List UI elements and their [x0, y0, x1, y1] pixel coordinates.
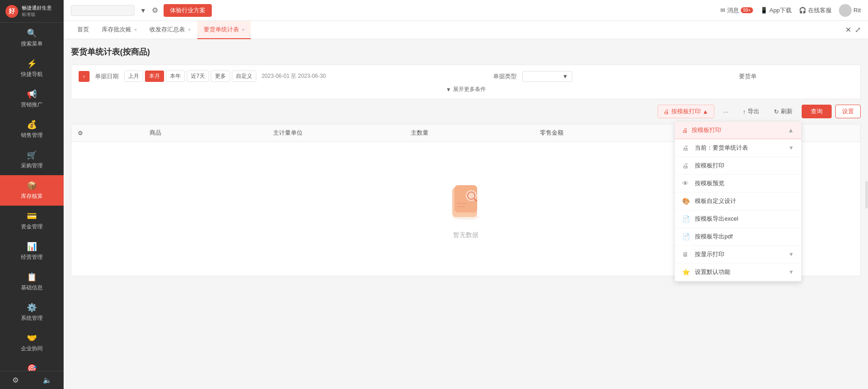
expand-arrow-btn[interactable]: › — [79, 71, 90, 82]
dropdown-item-default-icon: ⭐ — [682, 268, 690, 276]
dropdown-printer-icon: 🖨 — [682, 127, 688, 134]
sidebar-item-label: 库存核算 — [21, 192, 43, 200]
audio-icon[interactable]: 🔈 — [43, 376, 52, 384]
sidebar-item-shortcut[interactable]: ⚡ 快捷导航 — [0, 53, 64, 84]
dropdown-item-template-pdf[interactable]: 📄 按模板导出pdf — [675, 228, 801, 246]
sidebar-item-guide[interactable]: 🎯 新手引导 — [0, 358, 64, 371]
trial-button[interactable]: 体验行业方案 — [164, 4, 212, 17]
online-service-item[interactable]: 🎧 在线客服 — [799, 6, 832, 15]
date-btn-custom[interactable]: 自定义 — [232, 71, 256, 82]
tab-home[interactable]: 首页 — [71, 21, 95, 39]
sidebar-item-inventory[interactable]: 📦 库存核算 — [0, 175, 64, 206]
sales-icon: 💰 — [27, 120, 37, 130]
date-range-display: 2023-06-01 至 2023-06-30 — [262, 72, 326, 80]
refresh-label: 刷新 — [781, 107, 793, 116]
header-dropdown-btn[interactable]: ▼ — [140, 7, 146, 14]
tab-collection-close[interactable]: × — [188, 27, 190, 32]
sidebar-item-system[interactable]: ⚙️ 系统管理 — [0, 297, 64, 328]
dropdown-header: 🖨 按模板打印 ▲ — [675, 121, 801, 139]
dropdown-item-template-print-label: 按模板打印 — [695, 162, 724, 170]
dropdown-item-template-preview[interactable]: 👁 按模板预览 — [675, 175, 801, 192]
sidebar-item-sales[interactable]: 💰 销售管理 — [0, 114, 64, 145]
more-btn[interactable]: ··· — [718, 106, 734, 117]
system-icon: ⚙️ — [27, 303, 37, 313]
tab-batch[interactable]: 库存批次账 × — [95, 21, 143, 39]
dropdown-item-template-excel[interactable]: 📄 按模板导出excel — [675, 210, 801, 228]
sidebar-item-purchase[interactable]: 🛒 采购管理 — [0, 145, 64, 175]
dropdown-display-arrow: ▼ — [788, 251, 794, 258]
header-search-input[interactable] — [71, 5, 135, 16]
page-title: 要货单统计表(按商品) — [71, 46, 861, 57]
expand-more-btn[interactable]: ▼ 展开更多条件 — [79, 86, 853, 93]
tab-batch-label: 库存批次账 — [102, 25, 131, 34]
online-service-label: 在线客服 — [808, 6, 832, 15]
sidebar-item-collab[interactable]: 🤝 企业协同 — [0, 328, 64, 358]
empty-icon — [443, 178, 489, 224]
dropdown-item-print-icon: 🖨 — [682, 162, 690, 169]
resize-handle[interactable] — [865, 181, 868, 208]
messages-item[interactable]: ✉ 消息 99+ — [720, 6, 753, 15]
tabs-close-all-btn[interactable]: ✕ — [845, 25, 851, 34]
finance-icon: 💳 — [27, 211, 37, 221]
date-btn-current-month[interactable]: 本月 — [145, 71, 164, 82]
sidebar-item-operations[interactable]: 📊 经营管理 — [0, 236, 64, 267]
table-col-unit: 主计量单位 — [222, 129, 354, 137]
dropdown-item-display-print[interactable]: 🖥 按显示打印 ▼ — [675, 246, 801, 263]
type-select-arrow: ▼ — [563, 73, 568, 80]
sidebar-item-basic[interactable]: 📋 基础信息 — [0, 267, 64, 297]
table-col-goods: 商品 — [90, 129, 222, 137]
query-btn[interactable]: 查询 — [802, 105, 832, 118]
date-btn-more[interactable]: 更多 — [211, 71, 230, 82]
dropdown-item-template-pdf-label: 按模板导出pdf — [695, 232, 733, 241]
sidebar-item-label: 资金管理 — [21, 223, 43, 231]
sidebar-item-search[interactable]: 🔍 搜索菜单 — [0, 23, 64, 53]
refresh-btn[interactable]: ↻ 刷新 — [768, 105, 798, 118]
sidebar-item-finance[interactable]: 💳 资金管理 — [0, 206, 64, 236]
filter-bar: › 单据日期 上月 本月 本年 近7天 更多 自定义 2023-06-01 至 … — [71, 65, 861, 99]
tab-batch-close[interactable]: × — [134, 27, 137, 32]
header-right: ✉ 消息 99+ 📱 App下载 🎧 在线客服 Rit — [720, 4, 861, 17]
expand-chevron-icon: ▼ — [446, 86, 451, 93]
header-gear-icon[interactable]: ⚙ — [152, 6, 158, 15]
tab-collection[interactable]: 收发存汇总表 × — [143, 21, 197, 39]
settings-bottom-icon[interactable]: ⚙ — [12, 376, 19, 384]
dropdown-item-set-default[interactable]: ⭐ 设置默认功能 ▼ — [675, 263, 801, 281]
tab-order-stat-close[interactable]: × — [242, 27, 244, 32]
dropdown-item-template-print[interactable]: 🖨 按模板打印 — [675, 157, 801, 175]
dropdown-item-template-design[interactable]: 🎨 模板自定义设计 — [675, 192, 801, 210]
print-chevron-icon: ▲ — [703, 108, 708, 115]
tabs-expand-btn[interactable]: ⤢ — [855, 25, 861, 34]
table-col-check: ⚙ — [71, 130, 90, 136]
export-btn[interactable]: ↑ 导出 — [738, 105, 765, 118]
print-template-btn[interactable]: 🖨 按模板打印 ▲ — [658, 105, 714, 118]
type-select[interactable]: ▼ — [522, 71, 572, 82]
sidebar-item-label: 搜索菜单 — [21, 40, 43, 48]
dropdown-close-btn[interactable]: ▲ — [788, 126, 794, 134]
tab-order-stat[interactable]: 要货单统计表 × — [197, 21, 251, 39]
settings-gear-icon[interactable]: ⚙ — [78, 130, 83, 136]
date-btn-current-year[interactable]: 本年 — [166, 71, 185, 82]
top-header: ▼ ⚙ 体验行业方案 ✉ 消息 99+ 📱 App下载 🎧 在线客服 Rit — [64, 0, 868, 21]
dropdown-item-excel-icon: 📄 — [682, 215, 690, 222]
sidebar: 好 畅捷通好生意 标准版 🔍 搜索菜单 ⚡ 快捷导航 📢 营销推广 💰 销售管理… — [0, 0, 64, 389]
dropdown-item-preview-icon: 👁 — [682, 180, 690, 187]
user-avatar-item[interactable]: Rit — [839, 4, 861, 17]
dropdown-item-template-excel-label: 按模板导出excel — [695, 215, 738, 223]
toolbar: 🖨 按模板打印 ▲ ··· ↑ 导出 ↻ 刷新 查询 设置 🖨 — [71, 105, 861, 118]
service-icon: 🎧 — [799, 7, 806, 14]
filter-row-1: › 单据日期 上月 本月 本年 近7天 更多 自定义 2023-06-01 至 … — [79, 71, 853, 82]
sidebar-item-marketing[interactable]: 📢 营销推广 — [0, 84, 64, 114]
app-version: 标准版 — [22, 11, 52, 18]
table-col-amount: 零售金额 — [486, 129, 618, 137]
date-btn-7days[interactable]: 近7天 — [187, 71, 209, 82]
dropdown-current-item[interactable]: 🖨 当前：要货单统计表 ▼ — [675, 139, 801, 157]
purchase-icon: 🛒 — [27, 150, 37, 160]
date-btn-last-month[interactable]: 上月 — [124, 71, 143, 82]
settings-btn[interactable]: 设置 — [835, 105, 861, 118]
sidebar-bottom: ⚙ 🔈 — [0, 371, 64, 389]
user-name: Rit — [853, 7, 861, 14]
app-download-item[interactable]: 📱 App下载 — [760, 6, 792, 15]
export-label: 导出 — [748, 107, 759, 116]
dropdown-item-set-default-label: 设置默认功能 — [695, 268, 730, 276]
empty-text: 暂无数据 — [453, 231, 479, 239]
